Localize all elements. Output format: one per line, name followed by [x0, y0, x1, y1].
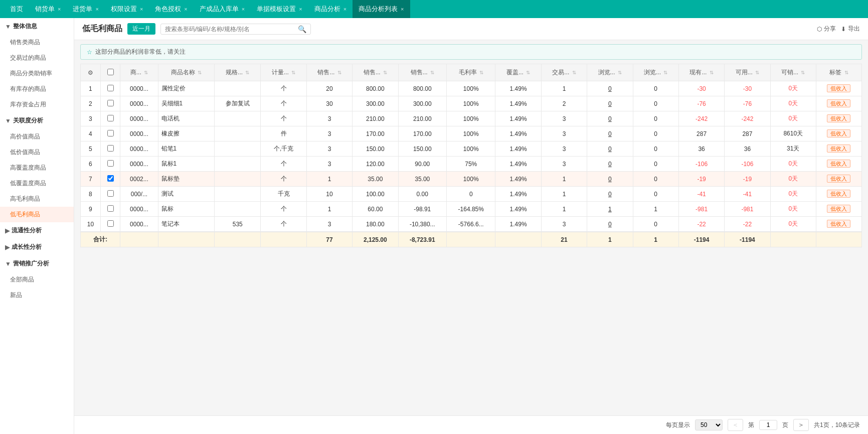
close-icon[interactable]: ×: [401, 6, 404, 12]
cell-checkbox[interactable]: [100, 141, 120, 157]
sidebar-item-low-gross[interactable]: 低毛利商品: [0, 207, 74, 222]
sidebar-item-category-assist[interactable]: 商品分类助销率: [0, 66, 74, 81]
cell-view1[interactable]: 0: [587, 141, 633, 157]
cell-checkbox[interactable]: [100, 217, 120, 232]
search-box: 🔍: [160, 24, 311, 35]
cell-view1[interactable]: 0: [587, 157, 633, 172]
sidebar-item-high-coverage[interactable]: 高覆盖度商品: [0, 160, 74, 176]
sidebar-group-overall[interactable]: ▼ 整体信息: [0, 18, 74, 35]
col-checkbox[interactable]: [100, 64, 120, 81]
date-filter-button[interactable]: 近一月: [127, 23, 155, 35]
cell-checkbox[interactable]: [100, 81, 120, 96]
row-checkbox[interactable]: [107, 175, 114, 182]
cell-checkbox[interactable]: [100, 172, 120, 187]
col-current-stock[interactable]: 现有... ⇅: [678, 64, 724, 81]
prev-page-button[interactable]: ＜: [728, 419, 743, 431]
per-page-select[interactable]: 50 100 200: [695, 419, 723, 430]
sidebar-item-traded-goods[interactable]: 交易过的商品: [0, 50, 74, 66]
select-all-checkbox[interactable]: [107, 69, 114, 75]
cell-view1[interactable]: 0: [587, 111, 633, 126]
nav-template-settings[interactable]: 单据模板设置 ×: [251, 0, 308, 18]
row-checkbox[interactable]: [107, 115, 114, 121]
col-code[interactable]: 商... ⇅: [120, 64, 158, 81]
sidebar-group-liquidity[interactable]: ▶ 流通性分析: [0, 222, 74, 239]
nav-product-inbound[interactable]: 产成品入库单 ×: [194, 0, 251, 18]
cell-view1[interactable]: 0: [587, 81, 633, 96]
close-icon[interactable]: ×: [184, 6, 187, 12]
nav-role-auth[interactable]: 角色授权 ×: [149, 0, 193, 18]
col-trade[interactable]: 交易... ⇅: [541, 64, 587, 81]
col-gross-rate[interactable]: 毛利率 ⇅: [446, 64, 495, 81]
row-checkbox[interactable]: [107, 130, 114, 136]
close-icon[interactable]: ×: [299, 6, 302, 12]
row-checkbox[interactable]: [107, 160, 114, 167]
cell-view1[interactable]: 0: [587, 126, 633, 141]
sidebar-item-sales-goods[interactable]: 销售类商品: [0, 35, 74, 50]
close-icon[interactable]: ×: [95, 6, 98, 12]
sidebar-group-marketing[interactable]: ▼ 营销推广分析: [0, 255, 74, 272]
row-checkbox[interactable]: [107, 145, 114, 152]
nav-sales-order[interactable]: 销货单 ×: [29, 0, 67, 18]
table-row: 8 000/... 测试 千克 10 100.00 0.00 0 1.49% 1…: [81, 187, 862, 202]
close-icon[interactable]: ×: [343, 6, 346, 12]
nav-permissions[interactable]: 权限设置 ×: [105, 0, 149, 18]
page-number-input[interactable]: [759, 420, 777, 430]
sidebar-item-new-goods[interactable]: 新品: [0, 287, 74, 303]
close-icon[interactable]: ×: [140, 6, 143, 12]
col-sale-count[interactable]: 销售... ⇅: [306, 64, 352, 81]
sidebar-item-high-gross[interactable]: 高毛利商品: [0, 191, 74, 207]
search-icon[interactable]: 🔍: [298, 25, 306, 33]
cell-view1[interactable]: 0: [587, 96, 633, 111]
col-unit[interactable]: 计量... ⇅: [261, 64, 306, 81]
cell-checkbox[interactable]: [100, 96, 120, 111]
cell-tag: 低收入: [816, 96, 861, 111]
close-icon[interactable]: ×: [242, 6, 245, 12]
row-checkbox[interactable]: [107, 100, 114, 106]
col-saleable[interactable]: 可销... ⇅: [770, 64, 816, 81]
nav-product-analysis-list[interactable]: 商品分析列表 ×: [353, 0, 410, 18]
cell-view1[interactable]: 1: [587, 202, 633, 217]
cell-sale-count: 30: [306, 96, 352, 111]
cell-code: 0000...: [120, 217, 158, 232]
cell-checkbox[interactable]: [100, 126, 120, 141]
row-checkbox[interactable]: [107, 220, 114, 227]
export-button[interactable]: ⬇ 导出: [841, 25, 860, 33]
col-tag[interactable]: 标签 ⇅: [816, 64, 861, 81]
col-coverage[interactable]: 覆盖... ⇅: [495, 64, 541, 81]
sidebar-item-stocked-goods[interactable]: 有库存的商品: [0, 81, 74, 97]
cell-checkbox[interactable]: [100, 111, 120, 126]
row-checkbox[interactable]: [107, 205, 114, 212]
sidebar-item-all-goods[interactable]: 全部商品: [0, 272, 74, 287]
cell-checkbox[interactable]: [100, 157, 120, 172]
cell-checkbox[interactable]: [100, 202, 120, 217]
cell-unit: 个: [261, 202, 306, 217]
sidebar-item-high-value[interactable]: 高价值商品: [0, 129, 74, 144]
next-page-button[interactable]: ＞: [793, 419, 809, 431]
share-button[interactable]: ⬡ 分享: [817, 25, 836, 33]
cell-checkbox[interactable]: [100, 187, 120, 202]
cell-view1[interactable]: 0: [587, 172, 633, 187]
table-container[interactable]: ⚙ 商... ⇅ 商品名称 ⇅ 规格... ⇅ 计量... ⇅ 销售... ⇅ …: [80, 64, 862, 415]
sidebar-group-correlation[interactable]: ▼ 关联度分析: [0, 112, 74, 129]
col-sale-price[interactable]: 销售... ⇅: [353, 64, 398, 81]
nav-home[interactable]: 首页: [4, 0, 29, 18]
close-icon[interactable]: ×: [58, 6, 61, 12]
col-sale-amount[interactable]: 销售... ⇅: [398, 64, 446, 81]
row-checkbox[interactable]: [107, 190, 114, 197]
cell-view1[interactable]: 0: [587, 217, 633, 232]
col-settings[interactable]: ⚙: [81, 64, 101, 81]
nav-product-analysis[interactable]: 商品分析 ×: [308, 0, 353, 18]
sidebar-item-stock-capital[interactable]: 库存资金占用: [0, 97, 74, 112]
col-view2[interactable]: 浏览... ⇅: [633, 64, 678, 81]
sidebar-group-growth[interactable]: ▶ 成长性分析: [0, 239, 74, 255]
sidebar-item-low-coverage[interactable]: 低覆盖度商品: [0, 176, 74, 191]
nav-purchase-order[interactable]: 进货单 ×: [67, 0, 104, 18]
col-view1[interactable]: 浏览... ⇅: [587, 64, 633, 81]
sidebar-item-low-value[interactable]: 低价值商品: [0, 144, 74, 160]
cell-view1[interactable]: 0: [587, 187, 633, 202]
col-spec[interactable]: 规格... ⇅: [215, 64, 261, 81]
row-checkbox[interactable]: [107, 85, 114, 91]
col-available[interactable]: 可用... ⇅: [725, 64, 770, 81]
search-input[interactable]: [165, 26, 298, 33]
col-name[interactable]: 商品名称 ⇅: [158, 64, 215, 81]
